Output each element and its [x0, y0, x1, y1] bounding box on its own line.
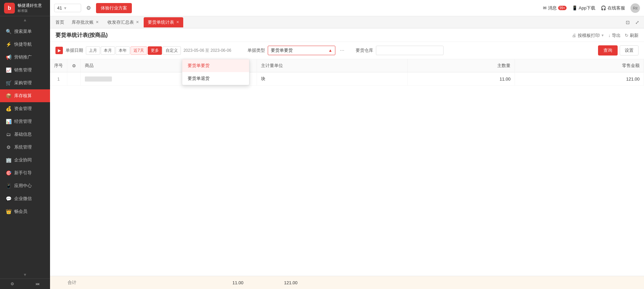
page-header: 要货单统计表(按商品) 🖨 按模板打印 ▼ ↓ 导出 ↻ 刷新 — [50, 28, 644, 42]
avatar[interactable]: Rit — [630, 3, 640, 13]
mobile-icon: 📱 — [572, 5, 577, 10]
sidebar-item-quick-nav[interactable]: ⚡ 快捷导航 — [0, 38, 50, 51]
search-icon: 🔍 — [5, 28, 11, 35]
company-select[interactable]: 41 ▼ — [54, 4, 81, 12]
date-btn-custom[interactable]: 自定义 — [163, 46, 181, 55]
sidebar-scroll-down[interactable]: ▼ — [0, 271, 50, 279]
col-unit: 主计量单位 — [257, 59, 407, 72]
type-filter-label: 单据类型 — [247, 47, 265, 53]
logo: b 畅捷通好生意 标准版 — [0, 0, 50, 16]
tab-inventory-batch[interactable]: 库存批次账 ✕ — [68, 17, 103, 27]
type-select-arrow: ▲ — [328, 48, 332, 53]
tab-close-order-summary[interactable]: ✕ — [176, 20, 179, 24]
sidebar-item-guide[interactable]: 🎯 新手引导 — [0, 166, 50, 179]
sidebar-bottom: ⚙ ⏮ — [0, 279, 50, 289]
sidebar: b 畅捷通好生意 标准版 ▲ 🔍 搜索菜单 ⚡ 快捷导航 📢 营销推广 📈 销售… — [0, 0, 50, 289]
sidebar-item-wechat[interactable]: 💬 企业微信 — [0, 192, 50, 205]
type-filter-section: 单据类型 要货单要货 ▲ ··· — [247, 46, 346, 55]
dropdown-item-order-goods[interactable]: 要货单要货 — [182, 59, 249, 72]
type-select[interactable]: 要货单要货 ▲ — [268, 46, 335, 55]
date-btn-this-year[interactable]: 本年 — [116, 46, 130, 55]
warehouse-filter-section: 要货仓库 — [356, 46, 444, 55]
purchase-icon: 🛒 — [5, 80, 11, 86]
export-icon: ↓ — [609, 33, 611, 38]
sidebar-item-marketing[interactable]: 📢 营销推广 — [0, 51, 50, 64]
sidebar-item-finance[interactable]: 💰 资金管理 — [0, 102, 50, 115]
chevron-down-icon-print: ▼ — [601, 34, 604, 37]
sidebar-scroll-up[interactable]: ▲ — [0, 16, 50, 24]
marketing-icon: 📢 — [5, 54, 11, 60]
page-header-actions: 🖨 按模板打印 ▼ ↓ 导出 ↻ 刷新 — [572, 32, 639, 39]
footer-total-row: 合计 11.00 121.00 — [50, 276, 644, 289]
cell-quantity: 11.00 — [407, 72, 515, 86]
tabbar: 首页 库存批次账 ✕ 收发存汇总表 ✕ 要货单统计表 ✕ ⊡ ⤢ — [50, 16, 644, 28]
tab-order-summary[interactable]: 要货单统计表 ✕ — [144, 17, 183, 27]
sidebar-item-sales[interactable]: 📈 销售管理 — [0, 64, 50, 76]
sidebar-item-appstore[interactable]: 📱 应用中心 — [0, 179, 50, 192]
messages-btn[interactable]: ✉ 消息 99+ — [543, 5, 567, 11]
sidebar-settings-btn[interactable]: ⚙ — [10, 282, 14, 286]
collapse-icon: ⏮ — [35, 282, 40, 286]
enterprise-icon: 🏢 — [5, 157, 11, 163]
sidebar-item-purchase[interactable]: 🛒 采购管理 — [0, 76, 50, 89]
topbar: 41 ▼ ⚙ 体验行业方案 ✉ 消息 99+ 📱 App下载 🎧 在线客服 — [50, 0, 644, 16]
sidebar-item-member[interactable]: 👑 畅会员 — [0, 205, 50, 218]
tab-home[interactable]: 首页 — [53, 18, 67, 27]
sidebar-item-operations[interactable]: 📊 经营管理 — [0, 115, 50, 128]
table-footer: 合计 11.00 121.00 — [50, 276, 644, 289]
system-icon: ⚙ — [5, 144, 11, 150]
cell-unit: 块 — [257, 72, 407, 86]
topbar-gear-button[interactable]: ⚙ — [84, 3, 93, 13]
chevron-down-icon: ▼ — [63, 6, 67, 10]
inventory-icon: 📦 — [5, 93, 11, 99]
tab-close-inventory-batch[interactable]: ✕ — [96, 20, 99, 24]
sidebar-item-inventory[interactable]: 📦 库存核算 — [0, 89, 50, 102]
date-btn-more[interactable]: 更多 — [148, 46, 162, 55]
footer-quantity: 11.00 — [203, 280, 243, 285]
date-btn-last-month[interactable]: 上月 — [86, 46, 100, 55]
app-download-btn[interactable]: 📱 App下载 — [572, 5, 595, 11]
filter-bar: ▶ 单据日期 上月 本月 本年 近7天 更多 自定义 2023-05-06 至 … — [50, 42, 644, 59]
trial-btn[interactable]: 体验行业方案 — [96, 3, 132, 13]
settings-btn[interactable]: 设置 — [620, 45, 639, 55]
dropdown-item-order-return[interactable]: 要货单退货 — [182, 72, 249, 85]
export-btn[interactable]: ↓ 导出 — [609, 32, 621, 39]
sales-icon: 📈 — [5, 67, 11, 73]
cell-settings — [67, 72, 81, 86]
table-container: 序号 ⚙ 商品 主计量单位 主数量 — [50, 59, 644, 276]
cell-index: 1 — [50, 72, 67, 86]
col-amount: 零售金额 — [515, 59, 644, 72]
warehouse-input[interactable] — [376, 46, 444, 55]
footer-amount: 121.00 — [257, 280, 297, 285]
footer-label: 合计 — [54, 280, 142, 286]
gear-icon: ⚙ — [86, 5, 91, 11]
col-settings[interactable]: ⚙ — [67, 59, 81, 72]
sidebar-collapse-btn[interactable]: ⏮ — [35, 282, 40, 286]
sidebar-item-enterprise[interactable]: 🏢 企业协同 — [0, 154, 50, 166]
tab-close-receive-summary[interactable]: ✕ — [136, 20, 139, 24]
date-btn-last7[interactable]: 近7天 — [130, 46, 147, 55]
type-more-btn[interactable]: ··· — [338, 46, 346, 54]
page-title: 要货单统计表(按商品) — [55, 32, 108, 39]
tab-restore-btn[interactable]: ⊡ — [624, 18, 632, 26]
logo-text: 畅捷通好生意 标准版 — [18, 3, 42, 13]
main-area: 41 ▼ ⚙ 体验行业方案 ✉ 消息 99+ 📱 App下载 🎧 在线客服 — [50, 0, 644, 289]
sidebar-item-search[interactable]: 🔍 搜索菜单 — [0, 25, 50, 38]
quick-nav-icon: ⚡ — [5, 41, 11, 47]
online-service-btn[interactable]: 🎧 在线客服 — [601, 5, 625, 11]
sidebar-nav: 🔍 搜索菜单 ⚡ 快捷导航 📢 营销推广 📈 销售管理 🛒 采购管理 📦 库存核… — [0, 24, 50, 271]
data-table: 序号 ⚙ 商品 主计量单位 主数量 — [50, 59, 644, 86]
sidebar-item-basic[interactable]: 🗂 基础信息 — [0, 128, 50, 141]
expand-filter-btn[interactable]: ▶ — [55, 47, 63, 54]
messages-badge: 99+ — [558, 6, 567, 10]
date-range: 2023-05-06 至 2023-06-06 — [184, 48, 231, 53]
date-btn-this-month[interactable]: 本月 — [101, 46, 115, 55]
query-btn[interactable]: 查询 — [598, 45, 618, 55]
refresh-btn[interactable]: ↻ 刷新 — [625, 32, 639, 39]
tab-receive-summary[interactable]: 收发存汇总表 ✕ — [103, 17, 143, 27]
headset-icon: 🎧 — [601, 5, 606, 10]
tab-fullscreen-btn[interactable]: ⤢ — [633, 18, 641, 26]
sidebar-item-system[interactable]: ⚙ 系统管理 — [0, 141, 50, 154]
print-template-btn[interactable]: 🖨 按模板打印 ▼ — [572, 32, 604, 39]
topbar-left: 41 ▼ ⚙ 体验行业方案 — [54, 3, 132, 13]
